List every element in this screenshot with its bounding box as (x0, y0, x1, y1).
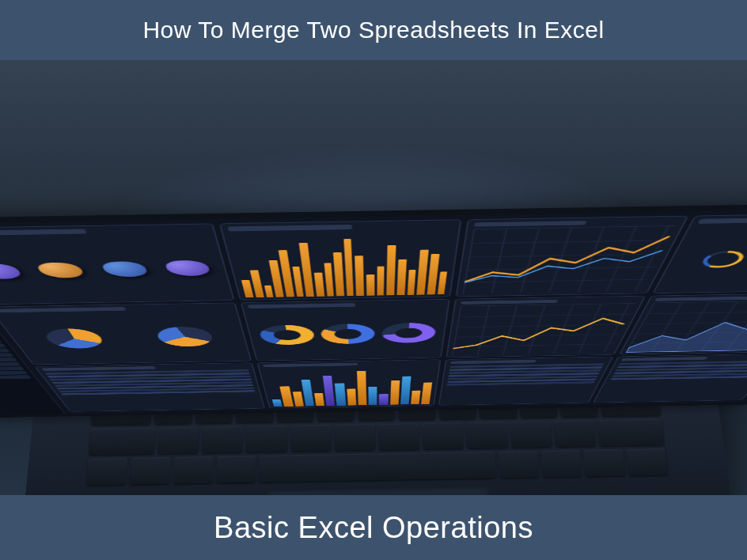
footer-banner: Basic Excel Operations (0, 495, 747, 560)
panel-title (0, 229, 87, 236)
line-chart (463, 225, 676, 293)
table-rows (44, 369, 260, 411)
hero-stage: Summary Data Charts Pivot Filter Sort Me… (0, 60, 747, 495)
panel-bars2 (257, 359, 442, 408)
donut-chart-icon (699, 251, 747, 268)
blob-icon (36, 263, 86, 278)
panel-body (249, 307, 442, 359)
panel-title (654, 297, 747, 301)
laptop-trackpad (265, 487, 491, 495)
panel-title (474, 221, 587, 227)
panel-line2 (446, 296, 646, 358)
laptop-screen: Summary Data Charts Pivot Filter Sort Me… (0, 202, 747, 418)
panel-gauges (241, 299, 450, 361)
panel-body (0, 234, 228, 302)
dashboard-grid (0, 207, 747, 414)
panel-line (456, 216, 688, 297)
panel-pies (0, 302, 252, 365)
sidebar-item: Notes (0, 375, 32, 380)
donut-chart-icon (258, 324, 315, 345)
svg-marker-0 (625, 311, 747, 353)
panel-title (461, 300, 559, 305)
laptop-illustration: Summary Data Charts Pivot Filter Sort Me… (19, 60, 737, 495)
footer-title: Basic Excel Operations (214, 511, 533, 545)
area-chart (625, 300, 747, 352)
header-banner: How To Merge Two Spreadsheets In Excel (0, 0, 747, 60)
table-rows (444, 362, 605, 403)
bar-chart (264, 365, 434, 407)
panel-title (228, 225, 353, 232)
donut-chart-icon (320, 324, 374, 344)
panel-title (248, 303, 355, 308)
panel-table (34, 362, 265, 411)
blob-icon (165, 260, 212, 276)
panel-blobs (0, 223, 235, 305)
bar-chart (229, 229, 453, 297)
dashboard: Summary Data Charts Pivot Filter Sort Me… (0, 207, 747, 415)
line-chart (453, 303, 635, 355)
panel-body (0, 310, 245, 362)
pie-chart-icon (40, 328, 106, 349)
panel-bars (219, 219, 462, 300)
blob-icon (100, 261, 149, 277)
table-rows (598, 360, 747, 401)
header-title: How To Merge Two Spreadsheets In Excel (142, 17, 604, 44)
panel-title (697, 218, 747, 224)
blob-icon (0, 263, 24, 279)
panel-mini (593, 354, 747, 403)
donut-chart-icon (381, 323, 436, 343)
panel-table2 (438, 357, 612, 406)
pie-chart-icon (150, 323, 220, 350)
